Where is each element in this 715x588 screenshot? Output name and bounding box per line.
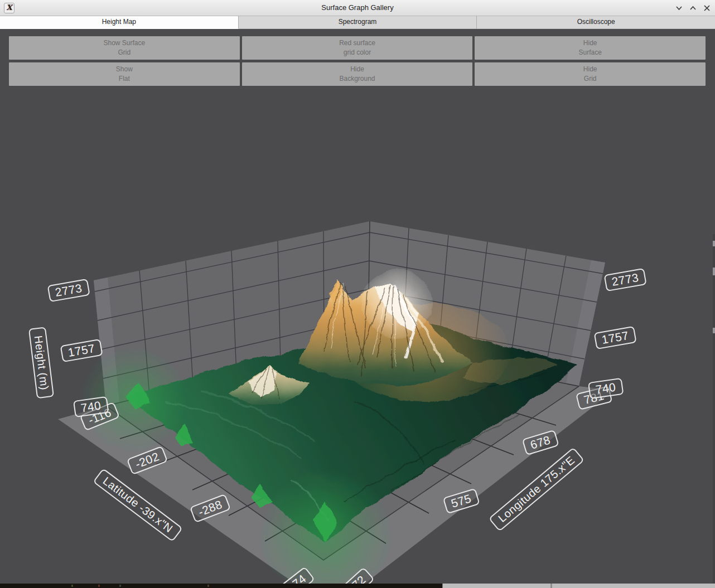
tab-oscilloscope[interactable]: Oscilloscope	[477, 16, 715, 29]
minimize-button[interactable]	[674, 3, 684, 13]
button-label: Flat	[9, 74, 240, 84]
window-controls	[674, 0, 712, 16]
surface-plot-canvas[interactable]	[0, 0, 715, 588]
button-hide-background[interactable]: Hide Background	[242, 62, 473, 86]
button-hide-grid[interactable]: Hide Grid	[475, 62, 706, 86]
button-label: Show	[9, 65, 240, 74]
button-label: Hide	[242, 65, 473, 74]
close-button[interactable]	[702, 3, 712, 13]
desktop-edge-sliver	[713, 234, 715, 584]
button-show-flat[interactable]: Show Flat	[9, 62, 240, 86]
maximize-button[interactable]	[688, 3, 698, 13]
tab-height-map[interactable]: Height Map	[0, 16, 239, 29]
tab-bar: Height Map Spectrogram Oscilloscope	[0, 16, 715, 29]
app-icon: X	[4, 3, 15, 13]
button-label: Hide	[475, 38, 706, 48]
button-hide-surface[interactable]: Hide Surface	[475, 36, 706, 60]
button-label: Grid	[9, 48, 240, 57]
button-red-surface-grid-color[interactable]: Red surface grid color	[242, 36, 473, 60]
button-show-surface-grid[interactable]: Show Surface Grid	[9, 36, 240, 60]
app-window: Height (m) 2773 1757 -116 740 -202 -288 …	[0, 0, 715, 588]
window-title: Surface Graph Gallery	[0, 0, 715, 16]
button-label: grid color	[242, 48, 473, 57]
taskbar-divider	[550, 584, 552, 588]
button-label: Show Surface	[9, 38, 240, 48]
button-label: Background	[242, 74, 473, 84]
toolbar: Show Surface Grid Red surface grid color…	[9, 36, 706, 86]
taskbar-light-sliver	[442, 584, 715, 588]
title-bar[interactable]: Surface Graph Gallery X	[0, 0, 715, 16]
desktop-bottom-sliver	[0, 584, 715, 588]
tab-spectrogram[interactable]: Spectrogram	[239, 16, 477, 29]
button-label: Red surface	[242, 38, 473, 48]
button-label: Hide	[475, 65, 706, 74]
button-label: Surface	[475, 48, 706, 57]
taskbar-dark-sliver	[0, 584, 442, 588]
button-label: Grid	[475, 74, 706, 84]
